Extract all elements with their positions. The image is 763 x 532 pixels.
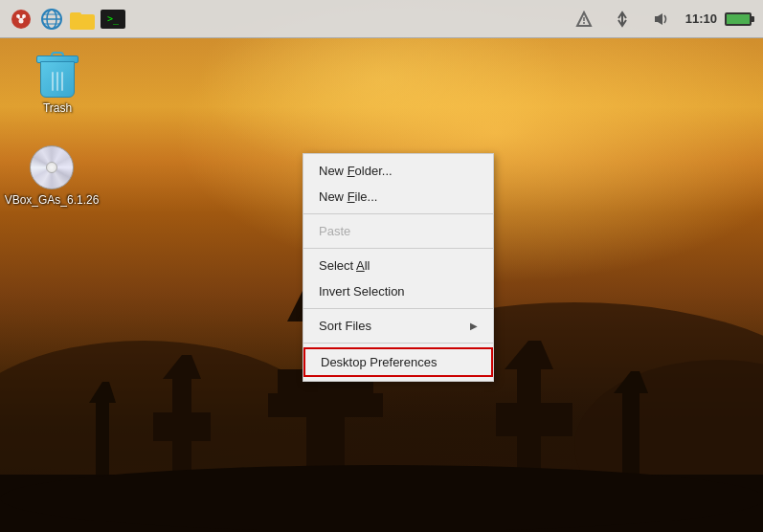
battery-icon [725,6,752,33]
vbox-desktop-icon[interactable]: VBox_GAs_6.1.26 [13,142,90,212]
context-menu: New Folder... New File... Paste Select A… [303,153,494,382]
svg-rect-39 [0,475,763,532]
svg-rect-36 [496,403,572,436]
desktop[interactable]: >_ [0,0,763,532]
svg-point-21 [0,341,335,532]
vbox-label: VBox_GAs_6.1.26 [5,193,100,209]
svg-rect-32 [96,403,109,499]
svg-point-17 [583,22,585,24]
trash-desktop-icon[interactable]: Trash [19,46,96,121]
svg-rect-29 [172,379,191,494]
clock: 11:10 [685,11,717,26]
taskbar-right: 11:10 [571,6,755,33]
menu-item-select-all[interactable]: Select All [303,253,493,278]
svg-point-40 [0,465,763,532]
volume-icon[interactable] [647,6,674,33]
trash-label: Trash [43,101,72,117]
svg-marker-35 [505,341,553,369]
svg-line-7 [21,18,24,19]
trash-icon [36,50,79,98]
menu-separator-3 [303,308,493,309]
menu-separator-2 [303,248,493,249]
menu-separator-1 [303,213,493,214]
svg-rect-31 [153,412,211,441]
svg-line-6 [18,18,21,19]
svg-rect-37 [622,393,640,508]
menu-item-desktop-preferences[interactable]: Desktop Preferences [303,347,493,377]
menu-item-sort-files[interactable]: Sort Files ▶ [303,313,493,339]
terminal-button[interactable]: >_ [100,6,126,33]
svg-marker-38 [614,371,648,393]
svg-point-3 [19,18,24,23]
svg-marker-30 [163,355,201,379]
network-icon[interactable] [609,6,636,33]
sort-files-arrow: ▶ [470,321,478,331]
menu-item-new-folder[interactable]: New Folder... [303,158,493,184]
svg-rect-14 [70,12,81,18]
taskbar: >_ [0,0,763,38]
svg-point-23 [574,360,763,532]
file-manager-button[interactable] [69,6,96,33]
terminal-icon: >_ [101,10,125,29]
svg-rect-34 [517,369,541,503]
disk-activity-icon[interactable] [571,6,597,33]
menu-item-paste[interactable]: Paste [303,218,493,244]
raspberry-pi-menu-button[interactable] [8,6,34,33]
cd-icon [30,145,74,189]
svg-marker-33 [89,382,116,403]
svg-rect-28 [268,393,383,417]
web-browser-button[interactable] [38,6,65,33]
menu-item-new-file[interactable]: New File... [303,184,493,210]
menu-separator-4 [303,343,493,344]
menu-item-invert-selection[interactable]: Invert Selection [303,278,493,304]
svg-marker-20 [655,13,662,25]
